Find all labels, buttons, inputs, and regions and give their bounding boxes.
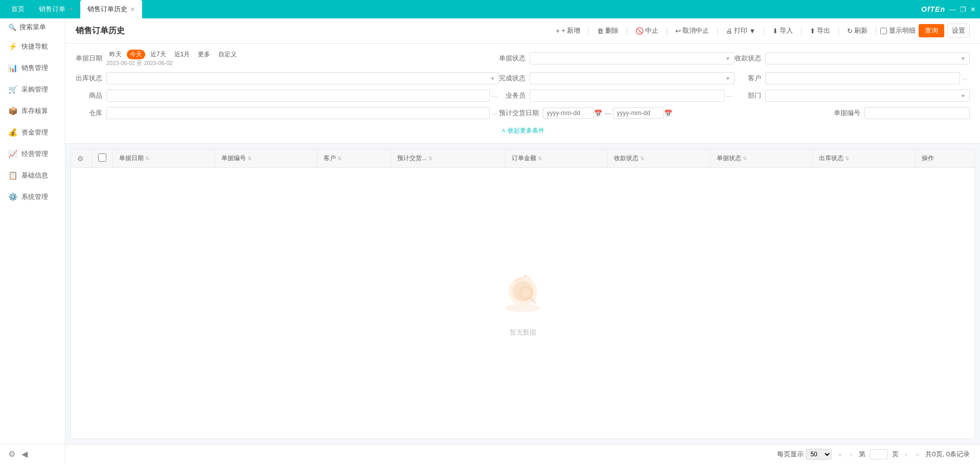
expected-date-start-input[interactable] (543, 107, 594, 119)
select-all-checkbox[interactable] (98, 153, 106, 162)
tab-sales-order[interactable]: 销售订单 ✕ (32, 0, 80, 18)
svg-point-5 (524, 275, 526, 277)
expected-date-end-input[interactable] (613, 107, 664, 119)
tab-home[interactable]: 首页 (4, 0, 32, 18)
new-button[interactable]: + + 新增 (552, 24, 584, 37)
filter-order-status-item: 单据状态 ▼ (499, 52, 734, 64)
th-date-inner: 单据日期 ⇅ (119, 154, 209, 163)
search-menu[interactable]: 🔍 搜索菜单 (0, 18, 65, 36)
pagination-first-btn[interactable]: « (836, 449, 844, 459)
salesperson-filter-dots[interactable]: ··· (725, 92, 735, 100)
th-customer-sort-icon[interactable]: ⇅ (337, 156, 341, 161)
toolbar-divider-8 (876, 27, 876, 35)
customer-filter-input[interactable] (765, 72, 960, 84)
goods-filter-dots[interactable]: ··· (490, 92, 499, 100)
collapse-row[interactable]: ∧ 收起更多条件 (76, 124, 970, 137)
completion-status-select[interactable] (530, 72, 734, 84)
query-label: 查询 (925, 26, 938, 35)
pagination-last-btn[interactable]: » (914, 449, 922, 459)
delete-button[interactable]: 🗑 删除 (593, 24, 623, 37)
data-table: ⚙ 单据日期 ⇅ 单据编号 (71, 149, 974, 168)
top-right: OfTEn — ❐ ✕ (921, 5, 976, 13)
th-order-no: 单据编号 ⇅ (215, 149, 317, 168)
empty-illustration (497, 270, 549, 324)
settings-bottom-icon[interactable]: ⚙ (8, 449, 15, 459)
date-tag-yesterday[interactable]: 昨天 (106, 50, 125, 59)
sidebar-item-system[interactable]: ⚙️ 系统管理 (0, 186, 65, 208)
th-order-amount-label: 订单金额 (512, 154, 536, 163)
window-close-btn[interactable]: ✕ (970, 6, 976, 13)
toolbar-divider-4 (717, 27, 718, 35)
sidebar-item-purchase-mgmt[interactable]: 🛒 采购管理 (0, 79, 65, 100)
collapse-sidebar-icon[interactable]: ◀ (21, 449, 28, 459)
expected-date-start-calendar-icon[interactable]: 📅 (594, 109, 602, 117)
table-header: ⚙ 单据日期 ⇅ 单据编号 (71, 149, 974, 168)
sidebar-item-inventory[interactable]: 📦 库存核算 (0, 100, 65, 122)
th-order-amount-sort-icon[interactable]: ⇅ (538, 156, 542, 161)
pagination-per-page-wrap: 每页显示 10 20 50 100 (777, 449, 832, 460)
th-delivery-status-label: 出库状态 (819, 154, 844, 163)
th-order-no-inner: 单据编号 ⇅ (221, 154, 311, 163)
tab-sales-order-close[interactable]: ✕ (69, 6, 73, 13)
tab-sales-order-history-close[interactable]: ✕ (130, 6, 135, 13)
pagination-next-btn[interactable]: › (903, 449, 909, 459)
pagination-page-input[interactable]: 1 (870, 449, 888, 459)
pagination-prev-btn[interactable]: ‹ (848, 449, 855, 459)
sidebar-item-basic-info[interactable]: 📋 基础信息 (0, 165, 65, 186)
th-date-sort-icon[interactable]: ⇅ (145, 156, 149, 161)
cancel-stop-button[interactable]: ↩ 取消中止 (671, 24, 713, 37)
window-restore-btn[interactable]: ❐ (960, 6, 966, 13)
settings-button[interactable]: 设置 (947, 24, 970, 38)
goods-filter-label: 商品 (76, 91, 106, 100)
th-delivery-status-sort-icon[interactable]: ⇅ (845, 156, 849, 161)
th-expected-delivery-sort-icon[interactable]: ⇅ (428, 156, 432, 161)
export-icon: ⬆ (810, 27, 815, 35)
salesperson-filter-input[interactable] (530, 90, 724, 102)
sidebar-item-quick-nav[interactable]: ⚡ 快捷导航 (0, 36, 65, 57)
date-tag-more[interactable]: 更多 (195, 50, 213, 59)
th-order-status-sort-icon[interactable]: ⇅ (743, 156, 747, 161)
th-order-no-sort-icon[interactable]: ⇅ (247, 156, 252, 161)
warehouse-filter-dots[interactable]: ··· (490, 109, 499, 117)
refresh-button[interactable]: ↻ 刷新 (843, 24, 872, 37)
main-layout: 🔍 搜索菜单 ⚡ 快捷导航 📊 销售管理 🛒 采购管理 📦 库存核算 💰 资金管… (0, 18, 980, 464)
date-tag-1month[interactable]: 近1月 (171, 50, 193, 59)
toolbar-divider-3 (667, 27, 667, 35)
th-action-label: 操作 (922, 154, 934, 162)
per-page-select[interactable]: 10 20 50 100 (806, 449, 832, 460)
payment-status-select[interactable] (765, 52, 970, 64)
refresh-icon: ↻ (847, 27, 853, 35)
customer-filter-dots[interactable]: ··· (960, 75, 970, 82)
order-status-select[interactable] (530, 52, 734, 64)
import-button[interactable]: ⬇ 导入 (768, 24, 797, 37)
expected-date-end-calendar-icon[interactable]: 📅 (664, 109, 672, 117)
warehouse-filter-input[interactable] (106, 107, 490, 119)
th-customer: 客户 ⇅ (317, 149, 391, 168)
window-minimize-btn[interactable]: — (949, 6, 956, 13)
sidebar-item-sales-mgmt[interactable]: 📊 销售管理 (0, 57, 65, 79)
search-menu-label: 搜索菜单 (19, 23, 46, 32)
tab-sales-order-label: 销售订单 (39, 5, 65, 14)
table-gear-icon[interactable]: ⚙ (77, 154, 84, 163)
sidebar-bottom: ⚙ ◀ (0, 444, 65, 464)
date-tag-7days[interactable]: 近7天 (147, 50, 169, 59)
goods-filter-input[interactable] (106, 90, 490, 102)
show-detail-checkbox[interactable] (880, 28, 887, 34)
delivery-status-select[interactable] (106, 72, 499, 84)
basic-info-icon: 📋 (8, 171, 17, 180)
print-button[interactable]: 🖨 打印 ▼ (722, 24, 760, 37)
export-button[interactable]: ⬆ 导出 (806, 24, 834, 37)
department-select[interactable] (765, 90, 970, 102)
filter-date-item: 单据日期 昨天 今天 近7天 近1月 更多 自定义 2023-06-02 至 2… (76, 50, 499, 67)
sidebar-item-operations[interactable]: 📈 经营管理 (0, 143, 65, 165)
stop-button[interactable]: 🚫 中止 (631, 24, 663, 37)
order-status-label: 单据状态 (499, 54, 530, 63)
date-tag-custom[interactable]: 自定义 (215, 50, 240, 59)
order-no-filter-input[interactable] (864, 107, 970, 119)
date-tag-today[interactable]: 今天 (127, 50, 145, 59)
sidebar-item-finance[interactable]: 💰 资金管理 (0, 122, 65, 143)
filter-customer-item: 客户 ··· (735, 72, 970, 84)
query-button[interactable]: 查询 (919, 24, 944, 37)
th-payment-status-sort-icon[interactable]: ⇅ (640, 156, 644, 161)
tab-sales-order-history[interactable]: 销售订单历史 ✕ (80, 0, 142, 18)
